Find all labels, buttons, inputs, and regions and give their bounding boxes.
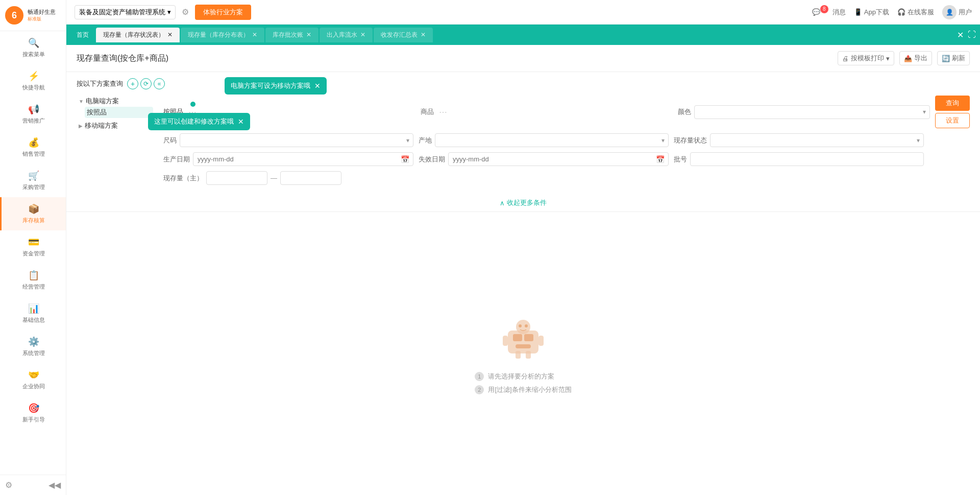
svg-rect-5	[538, 336, 544, 346]
goods-label: 商品	[421, 107, 434, 116]
range-separator: —	[271, 174, 277, 182]
tab-close-all-icon[interactable]: ✕	[957, 30, 964, 40]
goods-dots[interactable]: ⋯	[437, 107, 449, 117]
origin-select[interactable]	[435, 133, 669, 147]
tab-home-label: 首页	[77, 31, 89, 38]
sidebar-item-label: 营销推广	[22, 117, 45, 125]
app-download-button[interactable]: 📱 App下载	[854, 8, 889, 17]
enterprise-icon: 🤝	[28, 369, 39, 381]
sidebar-item-sales[interactable]: 💰 销售管理	[0, 131, 66, 164]
search-set-buttons: 查询 设置	[935, 96, 970, 128]
edit-scheme-tooltip: 这里可以创建和修改方案哦 ✕	[148, 113, 250, 130]
online-service-label: 在线客服	[908, 8, 934, 17]
headset-icon: 🎧	[897, 8, 905, 16]
page-actions: 🖨 按模板打印 ▾ 📤 导出 🔄 刷新	[838, 51, 970, 65]
collapse-sidebar-icon[interactable]: ◀◀	[48, 480, 61, 490]
tab-close-icon[interactable]: ✕	[360, 32, 365, 38]
scheme-tooltip: 电脑方案可设为移动方案哦 ✕	[225, 77, 327, 95]
tab-batch-account[interactable]: 库存批次账 ✕	[265, 28, 318, 42]
svg-rect-6	[516, 351, 521, 359]
tab-inventory-status[interactable]: 现存量（库存状况表） ✕	[96, 28, 180, 42]
refresh-scheme-button[interactable]: ⟳	[140, 78, 152, 89]
tab-bar: 首页 现存量（库存状况表） ✕ 现存量（库存分布表） ✕ 库存批次账 ✕ 出入库…	[66, 25, 980, 45]
sidebar-item-inventory[interactable]: 📦 库存核算	[0, 197, 66, 230]
collapse-more-button[interactable]: ∧ 收起更多条件	[77, 194, 970, 211]
main-area: 装备及固定资产辅助管理系统 ▾ ⚙ 体验行业方案 💬 8 消息 📱 App下载 …	[66, 0, 980, 495]
desktop-scheme-label: 电脑端方案	[86, 97, 119, 106]
filter-panel: 按以下方案查询 + ⟳ « 电脑方案可设为移动方案哦 ✕	[66, 72, 980, 212]
tab-close-icon[interactable]: ✕	[167, 32, 173, 38]
online-service-button[interactable]: 🎧 在线客服	[897, 8, 934, 17]
sidebar-item-operation[interactable]: 📋 经营管理	[0, 264, 66, 297]
tab-receive-summary[interactable]: 收发存汇总表 ✕	[374, 28, 433, 42]
desktop-scheme-group[interactable]: ▼ 电脑端方案	[77, 96, 153, 107]
sidebar-item-search-menu[interactable]: 🔍 搜索菜单	[0, 31, 66, 64]
sidebar-item-system[interactable]: ⚙️ 系统管理	[0, 330, 66, 363]
svg-rect-4	[503, 336, 508, 346]
sidebar-item-marketing[interactable]: 📢 营销推广	[0, 98, 66, 131]
settings-icon[interactable]: ⚙	[5, 480, 12, 490]
system-selector[interactable]: 装备及固定资产辅助管理系统 ▾	[75, 5, 176, 19]
sidebar-item-enterprise[interactable]: 🤝 企业协同	[0, 363, 66, 396]
tip-num-2: 2	[475, 385, 484, 394]
mobile-scheme-group[interactable]: ▶ 移动端方案	[77, 120, 153, 131]
system-name: 装备及固定资产辅助管理系统	[79, 8, 165, 17]
scheme-tooltip-close[interactable]: ✕	[314, 82, 321, 89]
print-button[interactable]: 🖨 按模板打印 ▾	[838, 51, 894, 65]
collapse-arrow-icon: ▼	[79, 99, 84, 104]
sidebar-item-basic-info[interactable]: 📊 基础信息	[0, 297, 66, 330]
tab-inventory-distribution[interactable]: 现存量（库存分布表） ✕	[181, 28, 264, 42]
sidebar-item-finance[interactable]: 💳 资金管理	[0, 230, 66, 264]
size-select[interactable]	[180, 133, 413, 147]
tab-close-icon[interactable]: ✕	[306, 32, 311, 38]
sidebar-item-guide[interactable]: 🎯 新手引导	[0, 396, 66, 430]
tab-home[interactable]: 首页	[70, 28, 95, 42]
filter-field-goods: 商品 ⋯	[421, 107, 673, 117]
nav-menu: 🔍 搜索菜单 ⚡ 快捷导航 📢 营销推广 💰 销售管理 🛒 采购管理 📦 库存核…	[0, 31, 66, 475]
scheme-tooltip-text: 电脑方案可设为移动方案哦	[231, 81, 310, 90]
sidebar-item-quick-nav[interactable]: ⚡ 快捷导航	[0, 64, 66, 98]
expire-date-input[interactable]	[448, 152, 669, 166]
message-button[interactable]: 💬 8 消息	[812, 8, 846, 17]
scheme-item-by-product[interactable]: 按照品	[85, 107, 153, 118]
stock-main-label: 现存量（主）	[163, 174, 203, 183]
tab-fullscreen-icon[interactable]: ⛶	[968, 30, 976, 39]
tab-close-icon[interactable]: ✕	[252, 32, 257, 38]
produce-date-input[interactable]	[193, 152, 413, 166]
sidebar-item-purchase[interactable]: 🛒 采购管理	[0, 164, 66, 197]
stock-status-select[interactable]	[710, 133, 924, 147]
refresh-icon: 🔄	[942, 55, 950, 62]
color-select[interactable]	[694, 105, 930, 119]
search-button[interactable]: 查询	[935, 96, 970, 111]
sidebar-item-label: 销售管理	[22, 150, 45, 158]
guide-icon: 🎯	[28, 403, 39, 414]
tab-inout-flow[interactable]: 出入库流水 ✕	[320, 28, 373, 42]
tip-text-2: 用[过滤]条件来缩小分析范围	[488, 385, 571, 394]
sidebar-item-label: 资金管理	[22, 250, 45, 257]
filter-row-4: 现存量（主） —	[163, 171, 970, 185]
trial-button[interactable]: 体验行业方案	[195, 5, 251, 20]
sidebar: 6 畅通好生意 标准版 🔍 搜索菜单 ⚡ 快捷导航 📢 营销推广 💰 销售管理 …	[0, 0, 66, 495]
svg-point-8	[516, 320, 530, 334]
export-button[interactable]: 📤 导出	[899, 51, 932, 65]
edit-tooltip-close[interactable]: ✕	[238, 118, 244, 125]
by-product-label: 按照品	[87, 108, 107, 117]
purchase-icon: 🛒	[28, 170, 39, 181]
refresh-button[interactable]: 🔄 刷新	[937, 51, 970, 65]
set-button[interactable]: 设置	[935, 113, 970, 128]
empty-state: 1 请先选择要分析的方案 2 用[过滤]条件来缩小分析范围	[66, 212, 980, 495]
expand-arrow-icon: ▶	[79, 123, 83, 129]
back-scheme-button[interactable]: «	[154, 78, 165, 89]
sidebar-item-label: 基础信息	[22, 316, 45, 324]
batch-input[interactable]	[690, 152, 924, 166]
stock-main-to-input[interactable]	[280, 171, 341, 185]
logo-text-area: 畅通好生意 标准版	[28, 8, 56, 22]
filter-field-batch: 批号	[674, 152, 924, 166]
empty-tips: 1 请先选择要分析的方案 2 用[过滤]条件来缩小分析范围	[475, 372, 571, 394]
user-area[interactable]: 👤 用户	[942, 5, 972, 19]
add-scheme-button[interactable]: +	[127, 78, 138, 89]
gear-icon[interactable]: ⚙	[182, 7, 189, 17]
size-label: 尺码	[163, 136, 177, 145]
stock-main-from-input[interactable]	[206, 171, 267, 185]
tab-close-icon[interactable]: ✕	[421, 32, 426, 38]
